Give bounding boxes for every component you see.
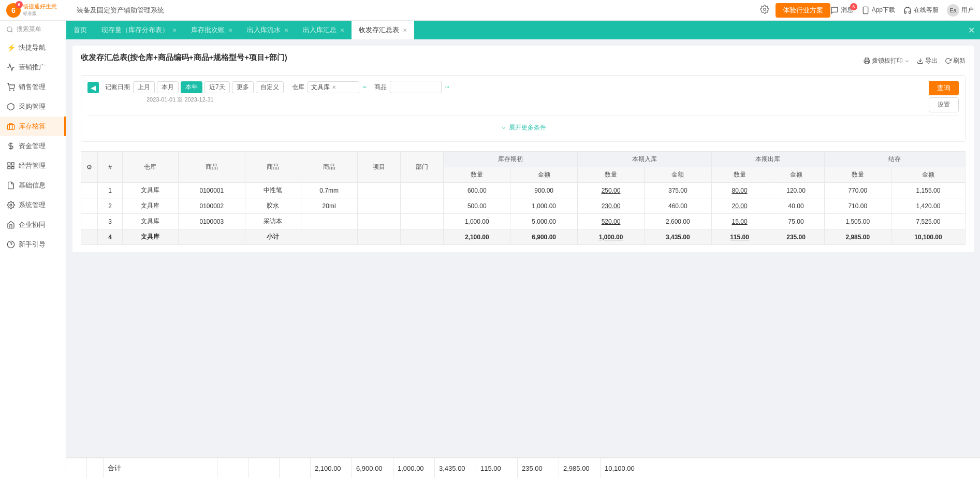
- row-no: 2: [98, 198, 123, 214]
- search-icon: [6, 26, 13, 33]
- table-header-row-1: ⚙ # 仓库 商品 商品 商品 项目 部门 库存期初: [81, 152, 966, 167]
- row-in-qty[interactable]: 250.00: [577, 183, 644, 198]
- row-out-qty[interactable]: 80.00: [711, 183, 768, 198]
- date-btn-custom[interactable]: 自定义: [256, 81, 284, 93]
- row-bal-qty: 770.00: [824, 183, 891, 198]
- filter-row: ◀ 记账日期 上月 本月: [87, 81, 959, 112]
- row-name: 中性笔: [245, 183, 301, 198]
- table-row: 2 文具库 0100002 胶水 20ml 500.00 1,000.00 23…: [81, 198, 966, 214]
- goods-more-button[interactable]: ···: [445, 82, 448, 92]
- subtotal-spec: [301, 229, 357, 245]
- date-btn-this-year[interactable]: 本年: [181, 81, 202, 93]
- row-dept: [400, 214, 443, 229]
- row-out-qty[interactable]: 20.00: [711, 198, 768, 214]
- sidebar-item-marketing[interactable]: 营销推广: [0, 57, 66, 77]
- export-button[interactable]: 导出: [917, 56, 938, 65]
- row-bal-amt: 1,155.00: [891, 183, 965, 198]
- date-btn-more[interactable]: 更多: [232, 81, 254, 93]
- row-in-qty[interactable]: 520.00: [577, 214, 644, 229]
- warehouse-tag-close[interactable]: ✕: [332, 84, 336, 90]
- date-btn-7days[interactable]: 近7天: [204, 81, 230, 93]
- sidebar-item-purchase[interactable]: 采购管理: [0, 97, 66, 117]
- svg-point-13: [10, 204, 12, 206]
- subtotal-in-qty[interactable]: 1,000.00: [577, 229, 644, 245]
- tab-close-stock-dist[interactable]: ✕: [172, 27, 177, 33]
- row-settings: [81, 214, 98, 229]
- date-btn-last-month[interactable]: 上月: [133, 81, 155, 93]
- row-in-amt: 2,600.00: [645, 214, 711, 229]
- warehouse-more-button[interactable]: ···: [362, 82, 366, 92]
- row-code: 0100003: [178, 214, 245, 229]
- message-button[interactable]: 消息 6: [830, 6, 853, 15]
- col-bal-amt-header: 金额: [891, 167, 965, 183]
- tab-inout-flow[interactable]: 出入库流水 ✕: [240, 21, 296, 39]
- app-download-button[interactable]: App下载: [861, 6, 895, 15]
- svg-rect-12: [8, 166, 10, 169]
- tab-inout-summary[interactable]: 出入库汇总 ✕: [296, 21, 352, 39]
- warehouse-input[interactable]: 文具库 ✕: [308, 81, 359, 93]
- svg-point-5: [9, 90, 10, 90]
- business-icon: [6, 161, 16, 170]
- svg-rect-9: [8, 163, 10, 165]
- row-settings: [81, 198, 98, 214]
- sidebar-item-quick-nav[interactable]: ⚡ 快捷导航: [0, 38, 66, 57]
- user-button[interactable]: Ea 用户: [947, 4, 974, 17]
- svg-line-4: [11, 31, 13, 32]
- subtotal-row: 4 文具库 小计 2,100.00 6,900.00 1,000.00 3,43…: [81, 229, 966, 245]
- sidebar-item-business[interactable]: 经营管理: [0, 156, 66, 176]
- tab-close-inout-flow[interactable]: ✕: [284, 27, 288, 33]
- svg-point-6: [13, 90, 14, 90]
- refresh-button[interactable]: 刷新: [945, 56, 966, 65]
- col-out-amt-header: 金额: [768, 167, 824, 183]
- sidebar-item-newbie[interactable]: 新手引导: [0, 235, 66, 254]
- filter-collapse-button[interactable]: ◀: [87, 82, 99, 93]
- tab-home[interactable]: 首页: [66, 21, 94, 39]
- tab-batch[interactable]: 库存批次账 ✕: [184, 21, 240, 39]
- tab-stock-dist[interactable]: 现存量（库存分布表） ✕: [94, 21, 184, 39]
- content-area: 首页 现存量（库存分布表） ✕ 库存批次账 ✕ 出入库流水 ✕ 出入库汇总 ✕: [66, 21, 980, 478]
- sidebar-item-company[interactable]: 企业协同: [0, 215, 66, 235]
- subtotal-out-qty[interactable]: 115.00: [711, 229, 768, 245]
- tab-recv-send[interactable]: 收发存汇总表 ✕: [352, 21, 414, 39]
- search-menu-button[interactable]: 搜索菜单: [0, 21, 66, 38]
- finance-icon: [6, 141, 16, 151]
- inventory-icon: [6, 122, 16, 131]
- logo-text-block: 畅捷通好生意 标准版: [23, 3, 57, 17]
- subtotal-open-amt: 6,900.00: [510, 229, 577, 245]
- date-btn-this-month[interactable]: 本月: [157, 81, 179, 93]
- quick-nav-icon: ⚡: [6, 43, 16, 52]
- sidebar-item-sales[interactable]: 销售管理: [0, 77, 66, 97]
- row-open-amt: 900.00: [510, 183, 577, 198]
- row-in-amt: 375.00: [645, 183, 711, 198]
- sidebar-item-system[interactable]: 系统管理: [0, 195, 66, 215]
- tab-close-batch[interactable]: ✕: [228, 27, 232, 33]
- search-menu-label: 搜索菜单: [17, 25, 41, 34]
- col-bal-qty-header: 数量: [824, 167, 891, 183]
- sidebar-item-finance[interactable]: 资金管理: [0, 136, 66, 156]
- row-open-qty: 500.00: [444, 198, 510, 214]
- sidebar-item-base-info[interactable]: 基础信息: [0, 176, 66, 195]
- chevron-down-expand-icon: [501, 125, 507, 131]
- tab-close-recv-send[interactable]: ✕: [403, 27, 407, 33]
- col-in-header: 本期入库: [577, 152, 711, 167]
- system-icon: [6, 200, 16, 210]
- goods-filter-label: 商品: [374, 83, 387, 92]
- footer-out-amt: 235.00: [518, 458, 559, 478]
- sidebar-item-inventory[interactable]: 库存核算: [0, 117, 66, 136]
- close-all-tabs-button[interactable]: ✕: [963, 25, 980, 35]
- tab-close-inout-summary[interactable]: ✕: [340, 27, 344, 33]
- print-button[interactable]: 拨锁板打印: [864, 56, 910, 65]
- col-open-amt-header: 金额: [510, 167, 577, 183]
- online-service-button[interactable]: 在线客服: [903, 6, 939, 15]
- expand-conditions-button[interactable]: 展开更多条件: [501, 123, 546, 132]
- row-in-amt: 460.00: [645, 198, 711, 214]
- gear-icon[interactable]: [760, 5, 769, 16]
- trial-button[interactable]: 体验行业方案: [776, 3, 830, 18]
- goods-input[interactable]: [390, 81, 442, 93]
- table-settings-button[interactable]: 设置: [929, 97, 959, 112]
- row-in-qty[interactable]: 230.00: [577, 198, 644, 214]
- settings-col-header[interactable]: ⚙: [81, 152, 98, 183]
- query-button[interactable]: 查询: [929, 81, 959, 95]
- col-project-header: 项目: [357, 152, 400, 183]
- row-out-qty[interactable]: 15.00: [711, 214, 768, 229]
